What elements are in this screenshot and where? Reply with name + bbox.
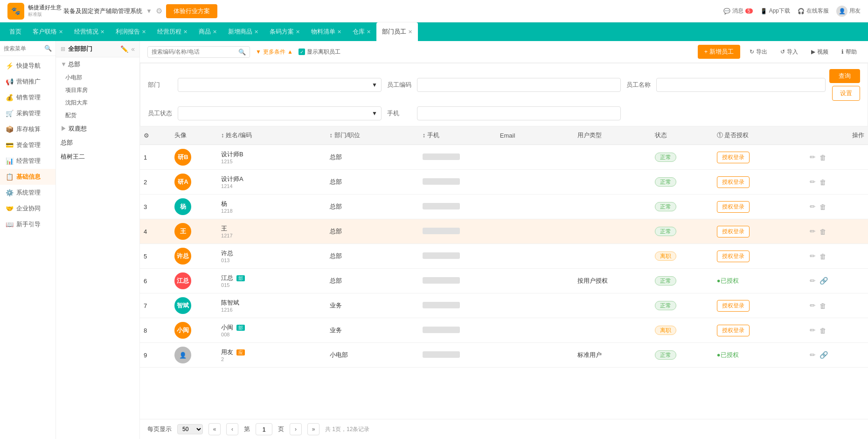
tab-warehouse[interactable]: 仓库 ✕	[347, 22, 376, 41]
col-settings[interactable]: ⚙	[140, 126, 171, 145]
edit-icon[interactable]: ✏	[810, 301, 816, 310]
col-name[interactable]: ↕ 姓名/编码	[217, 126, 326, 145]
sidebar-item-guide[interactable]: 📖 新手引导	[0, 216, 56, 232]
close-icon[interactable]: ✕	[100, 29, 104, 35]
prev-page-btn[interactable]: ‹	[226, 423, 238, 435]
user-btn[interactable]: 👤 用友	[836, 6, 861, 17]
delete-icon[interactable]: 🗑	[819, 153, 826, 161]
tab-home[interactable]: 首页	[4, 22, 27, 41]
delete-icon[interactable]: 🗑	[819, 228, 826, 236]
more-filter-btn[interactable]: ▼ 更多条件 ▲	[256, 48, 293, 56]
edit-icon[interactable]: ✏	[810, 227, 816, 236]
dept-all-label[interactable]: 全部部门	[68, 45, 118, 53]
delete-icon[interactable]: 🔗	[819, 351, 828, 359]
tab-add-goods[interactable]: 新增商品 ✕	[222, 22, 264, 41]
edit-icon[interactable]: ✏	[810, 153, 816, 161]
col-phone[interactable]: ↕ 手机	[419, 126, 496, 145]
close-icon[interactable]: ✕	[183, 29, 187, 35]
authorize-button[interactable]: 授权登录	[717, 176, 750, 188]
authorize-button[interactable]: 授权登录	[717, 251, 750, 262]
edit-icon[interactable]: ✏	[810, 252, 816, 260]
first-page-btn[interactable]: «	[208, 423, 221, 435]
delete-icon[interactable]: 🗑	[819, 178, 826, 186]
sidebar-item-inventory[interactable]: 📦 库存核算	[0, 121, 56, 137]
app-download-btn[interactable]: 📱 App下载	[760, 7, 790, 15]
delete-icon[interactable]: 🗑	[819, 327, 826, 334]
edit-dept-icon[interactable]: ✏️	[120, 45, 128, 53]
edit-icon[interactable]: ✏	[810, 202, 816, 211]
collapse-icon[interactable]: «	[131, 45, 135, 53]
sidebar-item-system[interactable]: ⚙️ 系统管理	[0, 185, 56, 201]
next-page-btn[interactable]: ›	[290, 423, 302, 435]
col-dept[interactable]: ↕ 部门/职位	[326, 126, 419, 145]
export-btn[interactable]: ↻ 导出	[746, 46, 771, 58]
delete-icon[interactable]: 🗑	[819, 252, 826, 260]
sidebar-item-basicinfo[interactable]: 📋 基础信息	[0, 169, 56, 185]
sidebar-item-finance[interactable]: 💳 资金管理	[0, 137, 56, 153]
authorize-button[interactable]: 授权登录	[717, 201, 750, 213]
sidebar-search-input[interactable]	[4, 45, 42, 52]
sidebar-item-sales[interactable]: 💰 销售管理	[0, 90, 56, 105]
page-input[interactable]	[256, 423, 272, 435]
resign-checkbox[interactable]: ✓	[299, 49, 305, 55]
edit-icon[interactable]: ✏	[810, 277, 816, 285]
tab-operation[interactable]: 经营情况 ✕	[69, 22, 110, 41]
close-icon[interactable]: ✕	[213, 29, 217, 35]
tab-barcode[interactable]: 条码方案 ✕	[264, 22, 306, 41]
dept-filter-select[interactable]: ▼	[178, 78, 382, 92]
authorize-button[interactable]: 授权登录	[717, 325, 750, 336]
sidebar-search-box[interactable]: 🔍	[0, 41, 56, 56]
message-btn[interactable]: 💬 消息 5	[723, 7, 753, 15]
online-service-btn[interactable]: 🎧 在线客服	[798, 7, 829, 15]
search-box[interactable]: 🔍	[147, 46, 250, 58]
edit-icon[interactable]: ✏	[810, 178, 816, 186]
tree-node-zongbu[interactable]: ▼ 总部	[56, 57, 139, 71]
tree-child-xiaodian[interactable]: 小电部	[56, 71, 139, 84]
tree-child-peihuo[interactable]: 配货	[56, 109, 139, 122]
help-btn[interactable]: ℹ 帮助	[838, 46, 861, 58]
close-icon[interactable]: ✕	[59, 29, 63, 35]
close-icon[interactable]: ✕	[367, 29, 371, 35]
tree-node-zongbu2[interactable]: 总部	[56, 136, 139, 150]
delete-icon[interactable]: 🗑	[819, 203, 826, 211]
last-page-btn[interactable]: »	[307, 423, 319, 435]
tree-node-zhishu[interactable]: 植树王二	[56, 150, 139, 164]
query-button[interactable]: 查询	[829, 69, 860, 83]
sidebar-item-management[interactable]: 📊 经营管理	[0, 153, 56, 169]
authorize-button[interactable]: 授权登录	[717, 152, 750, 163]
delete-icon[interactable]: 🔗	[819, 277, 828, 285]
search-input[interactable]	[152, 49, 236, 55]
emp-name-input[interactable]	[656, 78, 826, 92]
close-icon[interactable]: ✕	[408, 29, 412, 35]
tree-child-project[interactable]: 项目库房	[56, 84, 139, 97]
edit-icon[interactable]: ✏	[810, 326, 816, 334]
close-icon[interactable]: ✕	[296, 29, 300, 35]
phone-input[interactable]	[417, 106, 621, 120]
tab-bom[interactable]: 物料清单 ✕	[306, 22, 347, 41]
sidebar-item-marketing[interactable]: 📢 营销推广	[0, 74, 56, 90]
page-size-select[interactable]: 50 20 100	[177, 424, 203, 434]
edit-icon[interactable]: ✏	[810, 351, 816, 359]
emp-code-input[interactable]	[417, 78, 621, 92]
dropdown-icon[interactable]: ▼	[146, 7, 152, 14]
set-button[interactable]: 设置	[832, 86, 860, 101]
delete-icon[interactable]: 🗑	[819, 302, 826, 310]
tab-dept-employee[interactable]: 部门员工 ✕	[376, 22, 418, 41]
authorize-button[interactable]: 授权登录	[717, 300, 750, 312]
tab-history[interactable]: 经营历程 ✕	[152, 22, 193, 41]
sidebar-item-purchase[interactable]: 🛒 采购管理	[0, 105, 56, 121]
settings-icon[interactable]: ⚙	[156, 7, 162, 15]
view-btn[interactable]: ▶ 视频	[807, 46, 832, 58]
close-icon[interactable]: ✕	[142, 29, 146, 35]
import-btn[interactable]: ↺ 导入	[777, 46, 802, 58]
add-employee-button[interactable]: + 新增员工	[698, 45, 740, 59]
status-filter-select[interactable]: ▼	[178, 106, 382, 120]
tab-customer[interactable]: 客户联络 ✕	[27, 22, 69, 41]
tab-profit[interactable]: 利润报告 ✕	[110, 22, 152, 41]
sidebar-item-quicknav[interactable]: ⚡ 快捷导航	[0, 58, 56, 74]
show-resign-toggle[interactable]: ✓ 显示离职员工	[299, 48, 340, 56]
experience-button[interactable]: 体验行业方案	[166, 4, 217, 18]
tree-node-shuanglu[interactable]: ▶ 双鹿想	[56, 122, 139, 136]
close-icon[interactable]: ✕	[337, 29, 341, 35]
sidebar-item-collab[interactable]: 🤝 企业协同	[0, 201, 56, 216]
